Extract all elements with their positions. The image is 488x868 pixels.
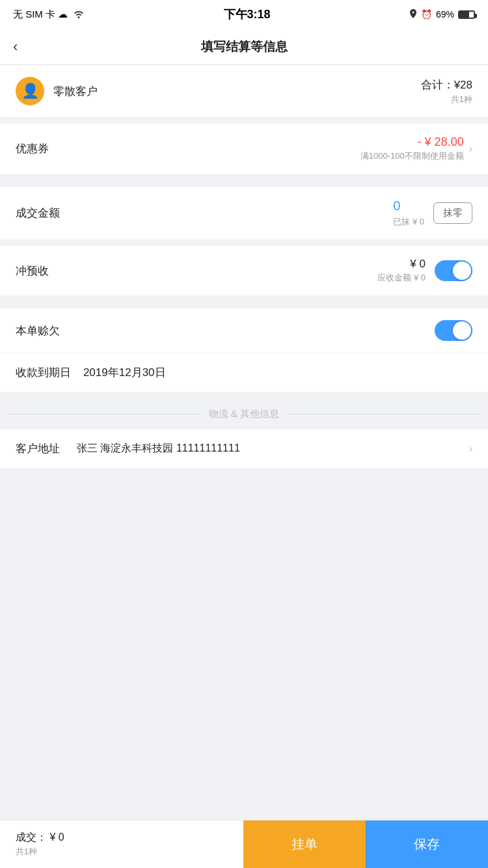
- customer-right: 合计：¥28 共1种: [421, 77, 472, 105]
- battery-icon: [458, 10, 475, 19]
- customer-section: 👤 零散客户 合计：¥28 共1种: [0, 65, 488, 117]
- prereceive-main: ¥ 0: [377, 258, 426, 271]
- customer-avatar: 👤: [16, 77, 44, 105]
- coupon-label: 优惠券: [16, 141, 49, 156]
- coupon-chevron-icon: ›: [469, 143, 472, 155]
- debt-label: 本单赊欠: [16, 323, 60, 338]
- round-button[interactable]: 抹零: [433, 202, 472, 224]
- debt-toggle-knob: [453, 321, 471, 340]
- customer-left: 👤 零散客户: [16, 77, 98, 105]
- hold-button[interactable]: 挂单: [243, 821, 366, 869]
- coupon-discount: - ¥ 28.00: [360, 135, 464, 149]
- bottom-deal-amount: ¥ 0: [49, 832, 64, 843]
- amount-value: 0: [393, 198, 424, 213]
- save-button[interactable]: 保存: [366, 821, 488, 869]
- amount-right: 0 已抹 ¥ 0 抹零: [393, 198, 472, 228]
- amount-sub: 已抹 ¥ 0: [393, 216, 424, 228]
- coupon-desc: 满1000-100不限制使用金额: [360, 150, 464, 162]
- alarm-icon: ⏰: [421, 9, 432, 20]
- prereceive-amount: ¥ 0 应收金额 ¥ 0: [377, 258, 426, 284]
- prereceive-sub: 应收金额 ¥ 0: [377, 272, 426, 284]
- nav-bar: ‹ 填写结算等信息: [0, 29, 488, 65]
- status-right: ⏰ 69%: [409, 9, 475, 20]
- logistics-line-left: [9, 414, 200, 414]
- toggle-knob: [453, 262, 471, 280]
- no-sim-label: 无 SIM 卡 ☁: [13, 8, 68, 21]
- amount-section: 成交金额 0 已抹 ¥ 0 抹零: [0, 187, 488, 239]
- logistics-line-right: [288, 414, 479, 414]
- customer-count: 共1种: [421, 94, 472, 105]
- debt-section: 本单赊欠: [0, 308, 488, 353]
- prereceive-section: 冲预收 ¥ 0 应收金额 ¥ 0: [0, 246, 488, 295]
- content: 👤 零散客户 合计：¥28 共1种 优惠券 - ¥ 28.00 满1000-10…: [0, 65, 488, 585]
- due-date-section: 收款到期日 2019年12月30日: [0, 353, 488, 392]
- separator-2: [0, 295, 488, 302]
- coupon-section[interactable]: 优惠券 - ¥ 28.00 满1000-100不限制使用金额 ›: [0, 124, 488, 174]
- amount-label: 成交金额: [16, 206, 60, 221]
- due-date-label: 收款到期日: [16, 366, 71, 379]
- due-date-text: 收款到期日 2019年12月30日: [16, 366, 166, 379]
- bottom-deal-label: 成交：: [16, 832, 47, 843]
- back-button[interactable]: ‹: [13, 38, 18, 55]
- bottom-deal: 成交： ¥ 0: [16, 831, 228, 845]
- due-date-value: 2019年12月30日: [83, 366, 166, 379]
- address-chevron-icon: ›: [469, 443, 472, 455]
- logistics-label: 物流 & 其他信息: [209, 408, 279, 420]
- separator-1: [0, 180, 488, 187]
- status-time: 下午3:18: [224, 7, 271, 22]
- customer-total: 合计：¥28: [421, 77, 472, 92]
- prereceive-label: 冲预收: [16, 264, 49, 278]
- status-bar: 无 SIM 卡 ☁ 下午3:18 ⏰ 69%: [0, 0, 488, 29]
- bottom-info: 成交： ¥ 0 共1种: [0, 831, 243, 858]
- battery-label: 69%: [436, 9, 454, 20]
- debt-toggle[interactable]: [435, 320, 472, 341]
- amount-row: 成交金额 0 已抹 ¥ 0 抹零: [16, 187, 472, 239]
- bottom-count: 共1种: [16, 846, 228, 858]
- address-value: 张三 海淀永丰科技园 11111111111: [77, 442, 460, 455]
- page-title: 填写结算等信息: [201, 38, 288, 55]
- wifi-icon: [73, 9, 85, 20]
- location-icon: [409, 9, 417, 20]
- status-left: 无 SIM 卡 ☁: [13, 8, 85, 21]
- logistics-divider: 物流 & 其他信息: [0, 398, 488, 429]
- avatar-icon: 👤: [21, 83, 39, 100]
- address-section[interactable]: 客户地址 张三 海淀永丰科技园 11111111111 ›: [0, 429, 488, 468]
- prereceive-right: ¥ 0 应收金额 ¥ 0: [377, 258, 472, 284]
- address-label: 客户地址: [16, 441, 68, 456]
- coupon-right: - ¥ 28.00 满1000-100不限制使用金额 ›: [360, 135, 472, 162]
- empty-space: [0, 468, 488, 585]
- bottom-bar: 成交： ¥ 0 共1种 挂单 保存: [0, 820, 488, 868]
- customer-name: 零散客户: [53, 84, 98, 99]
- prereceive-toggle[interactable]: [435, 260, 472, 281]
